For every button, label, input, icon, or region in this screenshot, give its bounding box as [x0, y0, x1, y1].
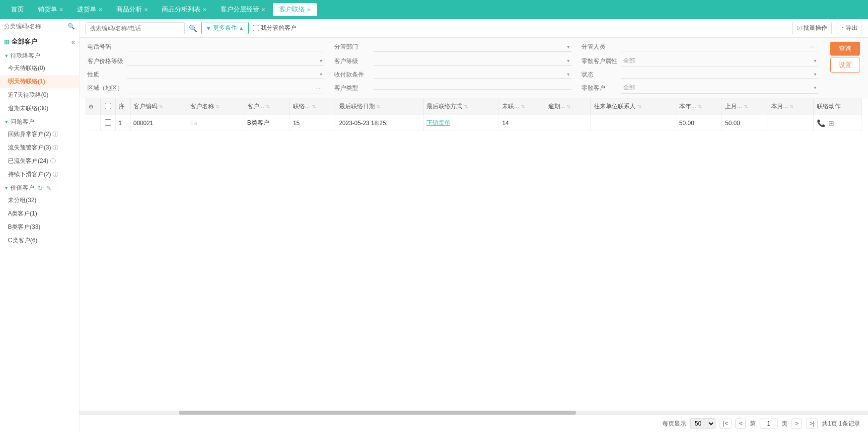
refresh-value-icon[interactable]: ↻	[38, 185, 43, 192]
close-purchase-order-icon[interactable]: ✕	[98, 7, 102, 12]
query-button[interactable]: 查询	[830, 42, 860, 56]
last-page-button[interactable]: >|	[806, 419, 818, 429]
last-contact-method-col-header[interactable]: 最后联络方式 ⇅	[423, 98, 499, 115]
edit-value-icon[interactable]: ✎	[46, 185, 51, 192]
name-col-header[interactable]: 客户名称 ⇅	[187, 98, 244, 115]
filter-phone-input[interactable]	[127, 42, 324, 52]
select-all-checkbox[interactable]	[105, 103, 111, 109]
batch-operation-button[interactable]: ☑ 批量操作	[792, 22, 832, 34]
unit-contact-col-header[interactable]: 往来单位联系人 ⇅	[591, 98, 676, 115]
page-input[interactable]	[760, 419, 778, 429]
sidebar-item-class-c[interactable]: C类客户(6)	[0, 234, 79, 247]
filter-retail-customer-dropdown[interactable]: 全部 ▾	[621, 82, 818, 94]
last-contact-date-col-header[interactable]: 最后联络日期 ⇅	[336, 98, 423, 115]
filter-row-2: 客户价格等级 ▾ 客户等级 ▾	[87, 55, 818, 67]
manager-dots-icon[interactable]: ···	[807, 43, 816, 50]
row-overdue-cell	[545, 115, 590, 131]
contact-col-header[interactable]: 联络... ⇅	[290, 98, 336, 115]
filter-manager-dropdown[interactable]: ···	[621, 42, 818, 52]
filter-region-dropdown[interactable]: ···	[127, 83, 324, 93]
filter-region: 区域（地区） ···	[87, 83, 324, 93]
sidebar-item-week-contact[interactable]: 近7天待联络(0)	[0, 88, 79, 102]
my-customers-check[interactable]	[253, 25, 259, 31]
filter-status-dropdown[interactable]: ▾	[621, 70, 818, 79]
filter-price-level-label: 客户价格等级	[87, 57, 127, 66]
this-year-col-header[interactable]: 本年... ⇅	[676, 98, 722, 115]
filter-nature-dropdown[interactable]: ▾	[127, 70, 324, 79]
filter-price-level-dropdown[interactable]: ▾	[127, 57, 324, 66]
close-product-analysis-icon[interactable]: ✕	[144, 7, 148, 12]
filter-retail-attr-dropdown[interactable]: 全部 ▾	[621, 55, 818, 67]
sidebar-item-tomorrow-contact[interactable]: 明天待联络(1)	[0, 75, 79, 88]
sidebar-search-icon[interactable]: 🔍	[68, 23, 75, 30]
sidebar-item-ungrouped[interactable]: 未分组(32)	[0, 194, 79, 207]
filter-price-level: 客户价格等级 ▾	[87, 57, 324, 66]
first-page-button[interactable]: |<	[720, 419, 731, 429]
code-col-header[interactable]: 客户编码 ⇅	[130, 98, 187, 115]
filter-payment-dropdown[interactable]: ▾	[374, 70, 571, 79]
type-col-header[interactable]: 客户... ⇅	[244, 98, 289, 115]
per-page-select[interactable]: 50 100 200	[690, 418, 716, 429]
nav-customer-tiering[interactable]: 客户分层经营 ✕	[215, 3, 271, 16]
filter-nature-label: 性质	[87, 71, 127, 79]
filter-dept-dropdown[interactable]: ▾	[374, 43, 571, 52]
this-month-col-header[interactable]: 本月... ⇅	[768, 98, 813, 115]
sidebar-search-input[interactable]	[4, 23, 66, 30]
nav-product-analysis-list[interactable]: 商品分析列表 ✕	[156, 3, 213, 16]
close-product-analysis-list-icon[interactable]: ✕	[203, 7, 207, 12]
no-contact-col-header[interactable]: 未联... ⇅	[499, 98, 545, 115]
nav-sales-order[interactable]: 销货单 ✕	[32, 3, 69, 16]
scroll-thumb[interactable]	[179, 411, 576, 415]
right-actions: ☑ 批量操作 ↑ 导出	[792, 22, 862, 34]
filter-customer-type-label: 客户类型	[334, 84, 374, 92]
nav-product-analysis[interactable]: 商品分析 ✕	[110, 3, 154, 16]
overdue-col-header[interactable]: 逾期... ⇅	[545, 98, 590, 115]
phone-action-icon[interactable]: 📞	[817, 119, 825, 127]
filter-action-buttons: 查询 设置	[826, 42, 860, 72]
table-row: 1 000021 Ea B类客户 15 2023-05-23 18:25: 下销…	[85, 115, 862, 131]
row-last-method-cell[interactable]: 下销货单	[423, 115, 499, 131]
my-customers-checkbox[interactable]: 我分管的客户	[253, 24, 296, 32]
close-customer-contact-icon[interactable]: ✕	[307, 7, 311, 12]
filter-bar: 🔍 ▼ 更多条件 ▲ 我分管的客户 ☑ 批量操作 ↑ 导出	[79, 19, 868, 38]
chevron-down-payment-icon: ▾	[567, 72, 570, 77]
nav-home[interactable]: 首页	[5, 3, 30, 16]
sidebar-item-churn-warning[interactable]: 流失预警客户(3) ⓘ	[0, 141, 79, 154]
sidebar-item-class-b[interactable]: B类客户(33)	[0, 220, 79, 234]
nav-purchase-order[interactable]: 进货单 ✕	[71, 3, 108, 16]
export-button[interactable]: ↑ 导出	[837, 22, 862, 34]
total-records-label: 共1页 1条记录	[822, 420, 860, 428]
sidebar-item-repurchase-abnormal[interactable]: 回购异常客户(2) ⓘ	[0, 128, 79, 141]
more-conditions-button[interactable]: ▼ 更多条件 ▲	[201, 22, 249, 34]
close-customer-tiering-icon[interactable]: ✕	[261, 7, 265, 12]
table-header-row: ⚙ 序 客户编码 ⇅ 客户名称 ⇅	[85, 98, 862, 115]
filter-status-label: 状态	[581, 71, 621, 79]
search-button[interactable]: 🔍	[189, 24, 197, 32]
close-sales-order-icon[interactable]: ✕	[59, 7, 63, 12]
nav-customer-contact[interactable]: 客户联络 ✕	[273, 3, 317, 16]
grid-action-icon[interactable]: ⊞	[828, 119, 834, 127]
sidebar-item-today-contact[interactable]: 今天待联络(0)	[0, 62, 79, 75]
filter-customer-level-dropdown[interactable]: ▾	[374, 57, 571, 66]
horizontal-scrollbar[interactable]	[79, 411, 868, 415]
sidebar-item-churned[interactable]: 已流失客户(24) ⓘ	[0, 154, 79, 168]
settings-col-header[interactable]: ⚙	[85, 98, 100, 115]
content-area: 🔍 ▼ 更多条件 ▲ 我分管的客户 ☑ 批量操作 ↑ 导出	[79, 19, 868, 432]
sidebar-item-declining[interactable]: 持续下滑客户(2) ⓘ	[0, 168, 79, 181]
row-checkbox[interactable]	[105, 119, 111, 126]
sort-contact-icon: ⇅	[312, 104, 316, 109]
settings-button[interactable]: 设置	[830, 58, 860, 72]
filter-customer-type-dropdown[interactable]	[374, 86, 571, 90]
chevron-down-dept-icon: ▾	[567, 44, 570, 50]
last-method-link[interactable]: 下销货单	[427, 119, 450, 126]
region-dots-icon[interactable]: ···	[313, 84, 322, 91]
search-input[interactable]	[85, 22, 185, 34]
sidebar-item-overdue-contact[interactable]: 逾期未联络(30)	[0, 102, 79, 115]
prev-page-button[interactable]: <	[735, 419, 746, 429]
collapse-icon[interactable]: «	[72, 38, 75, 46]
next-page-button[interactable]: >	[792, 419, 802, 429]
sidebar-item-class-a[interactable]: A类客户(1)	[0, 207, 79, 220]
sidebar-all-customers[interactable]: ⊞ 全部客户 «	[0, 34, 79, 49]
last-month-col-header[interactable]: 上月... ⇅	[722, 98, 768, 115]
sort-date-icon: ⇅	[376, 104, 380, 109]
